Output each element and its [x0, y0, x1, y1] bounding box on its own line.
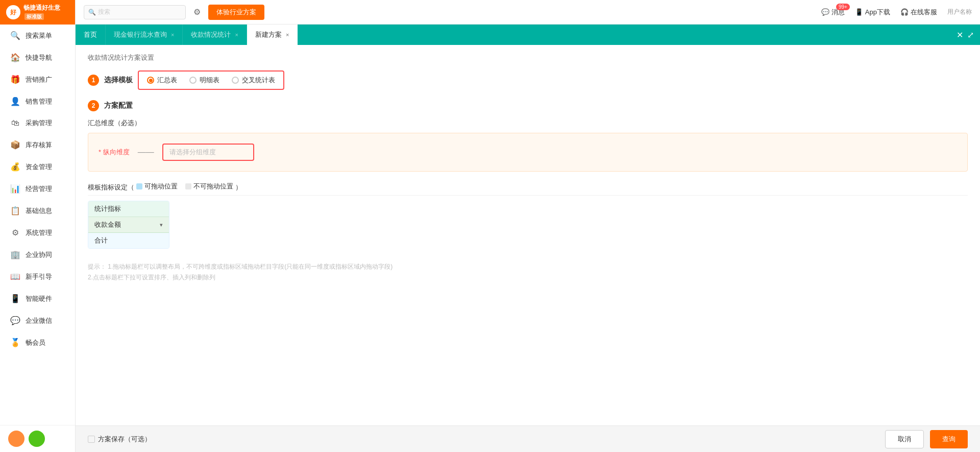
wechat-icon: 💬	[10, 316, 20, 325]
sidebar-item-member[interactable]: 🏅 畅会员	[0, 331, 75, 353]
sidebar-item-quick-nav[interactable]: 🏠 快捷导航	[0, 46, 75, 68]
service-icon: 🎧	[900, 8, 909, 16]
sidebar-item-operation[interactable]: 📊 经营管理	[0, 178, 75, 200]
sidebar-item-label: 基础信息	[26, 206, 52, 216]
sidebar-item-label: 资金管理	[26, 162, 52, 172]
tab-bank-close[interactable]: ×	[171, 32, 174, 38]
bottom-actions: 取消 查询	[885, 430, 968, 448]
user-name: 用户名称	[947, 8, 972, 16]
book-icon: 📖	[10, 272, 20, 281]
message-icon: 💬	[821, 8, 829, 16]
sidebar-item-finance[interactable]: 💰 资金管理	[0, 156, 75, 178]
indicator-table-header: 统计指标	[88, 201, 169, 217]
sidebar-item-search[interactable]: 🔍 搜索菜单	[0, 25, 75, 46]
query-button[interactable]: 查询	[930, 430, 968, 448]
sidebar: 好 畅捷通好生意 标准版 🔍 搜索菜单 🏠 快捷导航 🎁 营销推广 👤 销售管理…	[0, 0, 76, 452]
gear-icon: ⚙	[10, 228, 20, 237]
sidebar-item-label: 新手引导	[26, 272, 52, 281]
tab-receipt[interactable]: 收款情况统计 ×	[183, 25, 247, 45]
sidebar-item-label: 采购管理	[26, 118, 52, 128]
sidebar-item-label: 库存核算	[26, 140, 52, 150]
download-icon: 📱	[855, 8, 863, 16]
indicator-section-label: 模板指标设定（ 可拖动位置 不可拖动位置 ）	[88, 182, 968, 196]
shopping-icon: 🛍	[10, 118, 20, 128]
settings-icon[interactable]: ⚙	[190, 5, 204, 19]
tab-new-plan-close[interactable]: ×	[286, 32, 289, 38]
section1-num: 1	[88, 75, 99, 86]
sidebar-item-inventory[interactable]: 📦 库存核算	[0, 134, 75, 156]
tab-new-plan-label: 新建方案	[255, 30, 282, 39]
indicator-row2: 合计	[88, 233, 169, 248]
vertical-dimension-label: * 纵向维度	[99, 148, 130, 157]
tab-close-window[interactable]: ✕	[957, 30, 963, 40]
tab-home[interactable]: 首页	[76, 25, 106, 45]
sidebar-item-hardware[interactable]: 📱 智能硬件	[0, 288, 75, 310]
avatar-2	[29, 431, 45, 447]
phone-icon: 📱	[10, 294, 20, 303]
download-label: App下载	[865, 8, 890, 17]
sidebar-bottom	[0, 425, 75, 452]
message-badge: 99+	[836, 4, 850, 10]
search-bar[interactable]: 🔍 搜索	[84, 5, 186, 19]
tip-1: 提示： 1.拖动标题栏可以调整布局，不可跨维度或指标区域拖动栏目字段(只能在同一…	[88, 263, 968, 271]
sidebar-item-wechat[interactable]: 💬 企业微信	[0, 310, 75, 331]
search-icon: 🔍	[10, 31, 20, 40]
sidebar-item-sales[interactable]: 👤 销售管理	[0, 90, 75, 112]
breadcrumb: 收款情况统计方案设置	[88, 53, 968, 62]
sidebar-item-label: 快捷导航	[26, 53, 52, 62]
indicator-row1-label: 收款金额	[94, 220, 121, 229]
header: 🔍 搜索 ⚙ 体验行业方案 💬 消息 99+ 📱 App下载 🎧 在线客服 用户…	[76, 0, 980, 25]
logo-tag: 标准版	[24, 13, 44, 20]
section-template: 1 选择模板 汇总表 明细表 交叉统计表	[88, 70, 968, 90]
sidebar-item-label: 智能硬件	[26, 294, 52, 303]
chevron-down-icon: ▾	[160, 222, 163, 228]
avatar-1	[8, 431, 24, 447]
sidebar-item-base[interactable]: 📋 基础信息	[0, 200, 75, 222]
fixed-legend-label: 不可拖动位置	[193, 182, 233, 191]
download-button[interactable]: 📱 App下载	[855, 8, 890, 17]
indicator-row1[interactable]: 收款金额 ▾	[88, 217, 169, 233]
sidebar-item-label: 企业微信	[26, 316, 52, 325]
section2-num: 2	[88, 100, 99, 111]
sidebar-item-system[interactable]: ⚙ 系统管理	[0, 222, 75, 244]
radio-detail[interactable]: 明细表	[189, 76, 219, 85]
message-button[interactable]: 💬 消息 99+	[821, 8, 845, 17]
dimension-row: * 纵向维度 —— 请选择分组维度	[99, 144, 957, 161]
radio-summary[interactable]: 汇总表	[147, 76, 177, 85]
tab-new-plan[interactable]: 新建方案 ×	[247, 25, 298, 45]
page-content: 收款情况统计方案设置 1 选择模板 汇总表 明细表	[76, 45, 980, 427]
logo-icon: 好	[6, 5, 20, 19]
trial-button[interactable]: 体验行业方案	[208, 5, 264, 20]
dimension-area: * 纵向维度 —— 请选择分组维度	[88, 133, 968, 172]
indicator-table: 统计指标 收款金额 ▾ 合计	[88, 201, 169, 249]
tab-receipt-close[interactable]: ×	[235, 32, 238, 38]
tab-bank[interactable]: 现金银行流水查询 ×	[106, 25, 183, 45]
cancel-button[interactable]: 取消	[885, 430, 924, 448]
box-icon: 📦	[10, 140, 20, 150]
tab-home-label: 首页	[84, 30, 97, 39]
sidebar-item-guide[interactable]: 📖 新手引导	[0, 266, 75, 288]
sidebar-item-label: 系统管理	[26, 228, 52, 237]
sidebar-item-corp[interactable]: 🏢 企业协同	[0, 244, 75, 266]
save-checkbox-label: 方案保存（可选）	[98, 435, 151, 444]
gift-icon: 🎁	[10, 75, 20, 84]
sidebar-item-marketing[interactable]: 🎁 营销推广	[0, 68, 75, 90]
dimension-input[interactable]: 请选择分组维度	[162, 144, 254, 161]
sidebar-item-purchase[interactable]: 🛍 采购管理	[0, 112, 75, 134]
bottom-bar: 方案保存（可选） 取消 查询	[76, 425, 980, 452]
chart-icon: 📊	[10, 184, 20, 194]
radio-cross[interactable]: 交叉统计表	[232, 76, 275, 85]
building-icon: 🏢	[10, 250, 20, 259]
medal-icon: 🏅	[10, 338, 20, 347]
save-option: 方案保存（可选）	[88, 435, 151, 444]
main-content: 收款情况统计方案设置 1 选择模板 汇总表 明细表	[76, 45, 980, 452]
save-checkbox[interactable]	[88, 436, 95, 443]
template-radio-group: 汇总表 明细表 交叉统计表	[138, 70, 284, 90]
tab-maximize[interactable]: ⤢	[967, 30, 974, 40]
service-button[interactable]: 🎧 在线客服	[900, 8, 937, 17]
section1-title: 选择模板	[104, 76, 133, 85]
required-mark: *	[99, 148, 101, 156]
tab-bank-label: 现金银行流水查询	[114, 30, 167, 39]
list-icon: 📋	[10, 206, 20, 216]
money-icon: 💰	[10, 162, 20, 172]
